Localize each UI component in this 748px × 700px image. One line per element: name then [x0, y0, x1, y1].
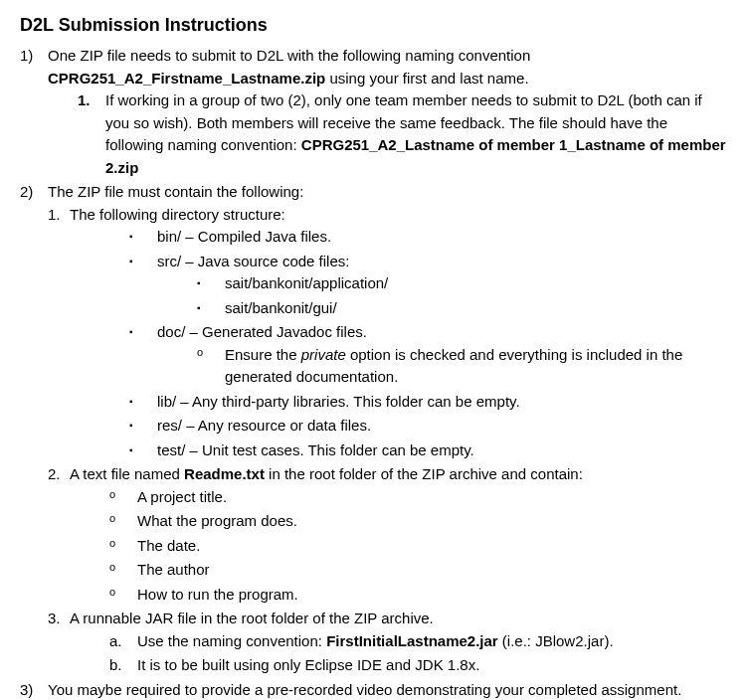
marker: b. [109, 654, 122, 677]
text: (i.e.: JBlow2.jar). [498, 632, 614, 649]
main-list: 1) One ZIP file needs to submit to D2L w… [20, 45, 728, 700]
list-item: ▪bin/ – Compiled Java files. [129, 226, 728, 249]
dir-lib: lib/ – Any third-party libraries. This f… [157, 393, 520, 410]
text: A runnable JAR file in the root folder o… [70, 610, 434, 626]
square-icon: ▪ [197, 275, 201, 290]
marker: 3) [20, 679, 33, 701]
circle-icon: o [197, 344, 203, 361]
marker: 1. [78, 89, 91, 112]
list-item: ▪sait/bankonit/gui/ [197, 297, 728, 320]
list-item: 3. A runnable JAR file in the root folde… [48, 608, 728, 677]
text: How to run the program. [137, 586, 298, 603]
dir-bin: bin/ – Compiled Java files. [157, 228, 331, 245]
text: The ZIP file must contain the following: [48, 183, 303, 200]
square-icon: ▪ [129, 394, 133, 409]
list-item: 1. The following directory structure: ▪b… [48, 204, 728, 462]
circle-icon: o [109, 486, 115, 503]
text: The following directory structure: [70, 206, 285, 223]
square-icon: ▪ [129, 418, 133, 433]
list-item: 1. If working in a group of two (2), onl… [78, 89, 728, 179]
src-sub-list: ▪sait/bankonit/application/ ▪sait/bankon… [157, 272, 728, 319]
text: You maybe required to provide a pre-reco… [48, 681, 681, 698]
text: Ensure the [225, 346, 301, 363]
circle-icon: o [109, 510, 115, 527]
sub-list: 1. If working in a group of two (2), onl… [48, 89, 728, 179]
marker: 1) [20, 45, 33, 68]
dir-res: res/ – Any resource or data files. [157, 417, 371, 434]
list-item: oWhat the program does. [109, 510, 728, 533]
text: Use the naming convention: [137, 632, 326, 649]
text: A project title. [137, 488, 227, 505]
list-item: oThe date. [109, 535, 728, 558]
square-icon: ▪ [129, 442, 133, 457]
doc-note-list: oEnsure the private option is checked an… [157, 344, 728, 389]
list-item: oThe author [109, 559, 728, 582]
readme-list: oA project title. oWhat the program does… [70, 486, 728, 607]
list-item: ▪sait/bankonit/application/ [197, 272, 728, 295]
marker: 3. [48, 608, 61, 630]
square-icon: ▪ [129, 229, 133, 244]
list-item: 3) You maybe required to provide a pre-r… [20, 679, 728, 701]
list-item: ▪res/ – Any resource or data files. [129, 415, 728, 438]
circle-icon: o [109, 584, 115, 601]
list-item: oA project title. [109, 486, 728, 509]
list-item: 2) The ZIP file must contain the followi… [20, 181, 728, 677]
marker: a. [109, 630, 122, 653]
square-icon: ▪ [129, 324, 133, 339]
private-option: private [301, 346, 346, 363]
list-item: ▪doc/ – Generated Javadoc files. oEnsure… [129, 321, 728, 389]
text: The author [137, 561, 210, 578]
list-item: ▪lib/ – Any third-party libraries. This … [129, 391, 728, 414]
dir-test: test/ – Unit test cases. This folder can… [157, 441, 474, 458]
circle-icon: o [109, 535, 115, 552]
src-path: sait/bankonit/application/ [225, 274, 388, 291]
list-item: 1) One ZIP file needs to submit to D2L w… [20, 45, 728, 179]
text: One ZIP file needs to submit to D2L with… [48, 47, 530, 64]
filename-convention: CPRG251_A2_Firstname_Lastname.zip [48, 70, 325, 87]
page-title: D2L Submission Instructions [20, 12, 728, 39]
readme-filename: Readme.txt [184, 465, 265, 482]
sub-list: 1. The following directory structure: ▪b… [48, 204, 728, 677]
marker: 1. [48, 204, 61, 227]
list-item: oEnsure the private option is checked an… [197, 344, 728, 389]
list-item: ▪test/ – Unit test cases. This folder ca… [129, 439, 728, 462]
dir-list: ▪bin/ – Compiled Java files. ▪src/ – Jav… [70, 226, 728, 461]
marker: 2) [20, 181, 33, 204]
jar-list: a.Use the naming convention: FirstInitia… [70, 630, 728, 677]
text: in the root folder of the ZIP archive an… [265, 465, 583, 482]
circle-icon: o [109, 559, 115, 576]
square-icon: ▪ [197, 300, 201, 315]
text: The date. [137, 537, 200, 554]
list-item: a.Use the naming convention: FirstInitia… [109, 630, 728, 653]
text: It is to be built using only Eclipse IDE… [137, 656, 479, 673]
text: A text file named [70, 465, 184, 482]
marker: 2. [48, 463, 61, 486]
square-icon: ▪ [129, 254, 133, 268]
text: What the program does. [137, 512, 297, 529]
dir-doc: doc/ – Generated Javadoc files. [157, 323, 367, 340]
list-item: oHow to run the program. [109, 584, 728, 607]
jar-filename-convention: FirstInitialLastname2.jar [326, 632, 498, 649]
list-item: 2. A text file named Readme.txt in the r… [48, 463, 728, 606]
src-path: sait/bankonit/gui/ [225, 299, 337, 316]
list-item: ▪src/ – Java source code files: ▪sait/ba… [129, 251, 728, 320]
dir-src: src/ – Java source code files: [157, 253, 349, 269]
list-item: b.It is to be built using only Eclipse I… [109, 654, 728, 677]
text: using your first and last name. [325, 70, 528, 87]
